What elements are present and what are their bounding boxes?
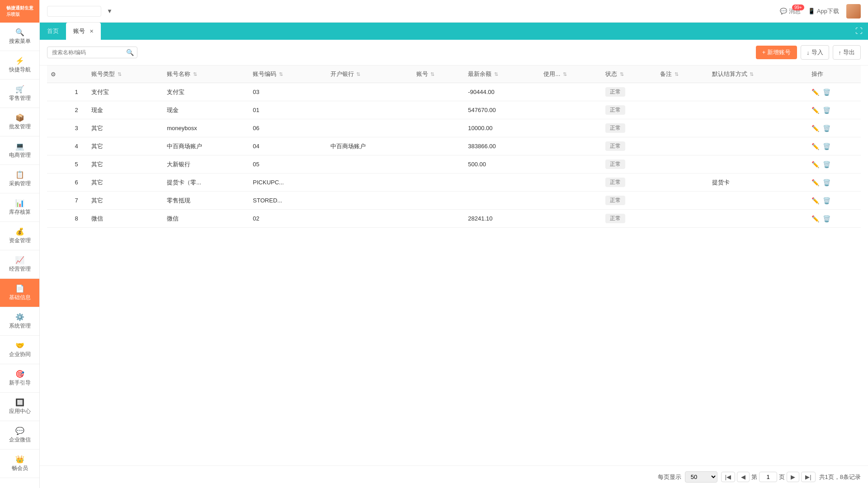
export-button[interactable]: ↑ 导出 (833, 45, 861, 60)
app-download-button[interactable]: 📱 App下载 (808, 7, 839, 15)
th-account[interactable]: 账号 ⇅ (413, 66, 465, 83)
tab-home[interactable]: 首页 (40, 23, 66, 40)
topbar-search-input[interactable] (47, 6, 101, 17)
delete-icon-4[interactable]: 🗑️ (823, 161, 830, 168)
table-row: 3 其它 moneybosx 06 10000.00 正常 ✏️ 🗑️ (47, 119, 861, 137)
status-badge-5: 正常 (605, 178, 625, 187)
add-account-button[interactable]: + 新增账号 (756, 46, 797, 59)
cell-name-6: 零售抵现 (163, 192, 249, 210)
sidebar-item-system-mgmt[interactable]: ⚙️系统管理 (0, 307, 39, 336)
th-bank[interactable]: 开户银行 ⇅ (327, 66, 413, 83)
cell-remark-4 (656, 155, 708, 174)
sidebar-item-wholesale-mgmt[interactable]: 📦批发管理 (0, 108, 39, 136)
cell-action-1: ✏️ 🗑️ (808, 101, 861, 119)
last-page-button[interactable]: ▶| (801, 472, 815, 482)
sidebar-item-basic-info[interactable]: 📄基础信息 (0, 279, 39, 307)
sidebar-item-operation-mgmt[interactable]: 📈经营管理 (0, 250, 39, 279)
topbar-dropdown[interactable]: ▼ (107, 8, 113, 14)
edit-icon-0[interactable]: ✏️ (811, 89, 819, 96)
edit-icon-1[interactable]: ✏️ (811, 107, 819, 114)
th-type[interactable]: 账号类型 ⇅ (88, 66, 163, 83)
delete-icon-5[interactable]: 🗑️ (823, 179, 830, 186)
table-header-row: ⚙ 账号类型 ⇅ 账号名称 ⇅ 账号编码 ⇅ 开户银行 ⇅ 账号 ⇅ 最新余额 … (47, 66, 861, 83)
next-page-button[interactable]: ▶ (787, 472, 799, 482)
edit-icon-6[interactable]: ✏️ (811, 197, 819, 204)
sidebar-label-enterprise-agreement: 企业协同 (2, 351, 38, 358)
delete-icon-1[interactable]: 🗑️ (823, 107, 830, 114)
cell-type-6: 其它 (88, 192, 163, 210)
sidebar-icon-basic-info: 📄 (2, 284, 38, 293)
account-search-input[interactable] (47, 47, 137, 58)
cell-usage-5 (540, 174, 601, 192)
sidebar-item-enterprise-wechat[interactable]: 💬企业微信 (0, 421, 39, 450)
edit-icon-4[interactable]: ✏️ (811, 161, 819, 168)
first-page-button[interactable]: |◀ (721, 472, 735, 482)
sidebar-item-inventory[interactable]: 📊库存核算 (0, 193, 39, 222)
delete-icon-7[interactable]: 🗑️ (823, 215, 830, 222)
cell-remark-6 (656, 192, 708, 210)
edit-icon-5[interactable]: ✏️ (811, 179, 819, 186)
page-number-input[interactable] (759, 472, 777, 482)
cell-account-3 (413, 137, 465, 155)
import-button[interactable]: ↓ 导入 (801, 45, 829, 60)
tabbar: 首页账号✕ ⛶ (40, 23, 868, 40)
sidebar-icon-wholesale-mgmt: 📦 (2, 113, 38, 122)
th-remark[interactable]: 备注 ⇅ (656, 66, 708, 83)
cell-settlement-5: 提货卡 (708, 174, 808, 192)
cell-bank-3: 中百商场账户 (327, 137, 413, 155)
sidebar-item-retail-mgmt[interactable]: 🛒零售管理 (0, 80, 39, 108)
user-avatar[interactable] (846, 4, 861, 19)
cell-num-5: 6 (65, 174, 88, 192)
delete-icon-6[interactable]: 🗑️ (823, 197, 830, 204)
pagination: 每页显示 102050100 |◀ ◀ 第 页 ▶ ▶| 共1页，8条记录 (40, 465, 868, 488)
message-button[interactable]: 💬 消息 99+ (780, 7, 801, 15)
sidebar-item-vip-member[interactable]: 👑畅会员 (0, 450, 39, 478)
th-balance[interactable]: 最新余额 ⇅ (464, 66, 540, 83)
cell-action-4: ✏️ 🗑️ (808, 155, 861, 174)
prev-page-button[interactable]: ◀ (737, 472, 750, 482)
th-gear[interactable]: ⚙ (47, 66, 65, 83)
table-row: 4 其它 中百商场账户 04 中百商场账户 383866.00 正常 ✏️ 🗑️ (47, 137, 861, 155)
page-size-select[interactable]: 102050100 (685, 471, 717, 483)
th-default-settlement[interactable]: 默认结算方式 ⇅ (708, 66, 808, 83)
tab-expand-icon[interactable]: ⛶ (850, 27, 868, 35)
sidebar-item-app-center[interactable]: 🔲应用中心 (0, 393, 39, 421)
tab-close-account[interactable]: ✕ (90, 28, 94, 34)
sidebar-item-quick-nav[interactable]: ⚡快捷导航 (0, 51, 39, 80)
sidebar-item-purchase-mgmt[interactable]: 📋采购管理 (0, 165, 39, 193)
th-status[interactable]: 状态 ⇅ (602, 66, 656, 83)
edit-icon-7[interactable]: ✏️ (811, 215, 819, 222)
chevron-down-icon: ▼ (107, 8, 113, 14)
add-account-label: + 新增账号 (762, 48, 791, 56)
cell-code-5: PICKUPC... (249, 174, 326, 192)
cell-usage-1 (540, 101, 601, 119)
sidebar-item-search-menu[interactable]: 🔍搜索菜单 (0, 23, 39, 51)
cell-type-0: 支付宝 (88, 83, 163, 101)
cell-action-7: ✏️ 🗑️ (808, 210, 861, 228)
sidebar-label-new-guide: 新手引导 (2, 379, 38, 387)
th-code[interactable]: 账号编码 ⇅ (249, 66, 326, 83)
cell-usage-7 (540, 210, 601, 228)
sidebar-item-ecommerce-mgmt[interactable]: 💻电商管理 (0, 136, 39, 165)
cell-type-3: 其它 (88, 137, 163, 155)
th-name[interactable]: 账号名称 ⇅ (163, 66, 249, 83)
cell-balance-3: 383866.00 (464, 137, 540, 155)
cell-status-4: 正常 (602, 155, 656, 174)
delete-icon-2[interactable]: 🗑️ (823, 125, 830, 132)
edit-icon-3[interactable]: ✏️ (811, 143, 819, 150)
tab-label-home: 首页 (47, 27, 59, 35)
th-usage[interactable]: 使用... ⇅ (540, 66, 601, 83)
sidebar-item-enterprise-agreement[interactable]: 🤝企业协同 (0, 336, 39, 364)
edit-icon-2[interactable]: ✏️ (811, 125, 819, 132)
tab-account[interactable]: 账号✕ (66, 23, 101, 40)
sort-code-icon: ⇅ (279, 71, 283, 77)
cell-num-0: 1 (65, 83, 88, 101)
table-wrap: ⚙ 账号类型 ⇅ 账号名称 ⇅ 账号编码 ⇅ 开户银行 ⇅ 账号 ⇅ 最新余额 … (40, 66, 868, 465)
total-label: 共1页，8条记录 (819, 473, 861, 481)
sidebar-item-capital-mgmt[interactable]: 💰资金管理 (0, 222, 39, 250)
sidebar-item-new-guide[interactable]: 🎯新手引导 (0, 364, 39, 393)
delete-icon-0[interactable]: 🗑️ (823, 89, 830, 96)
delete-icon-3[interactable]: 🗑️ (823, 143, 830, 150)
toolbar-left: 🔍 (47, 47, 137, 58)
cell-code-4: 05 (249, 155, 326, 174)
